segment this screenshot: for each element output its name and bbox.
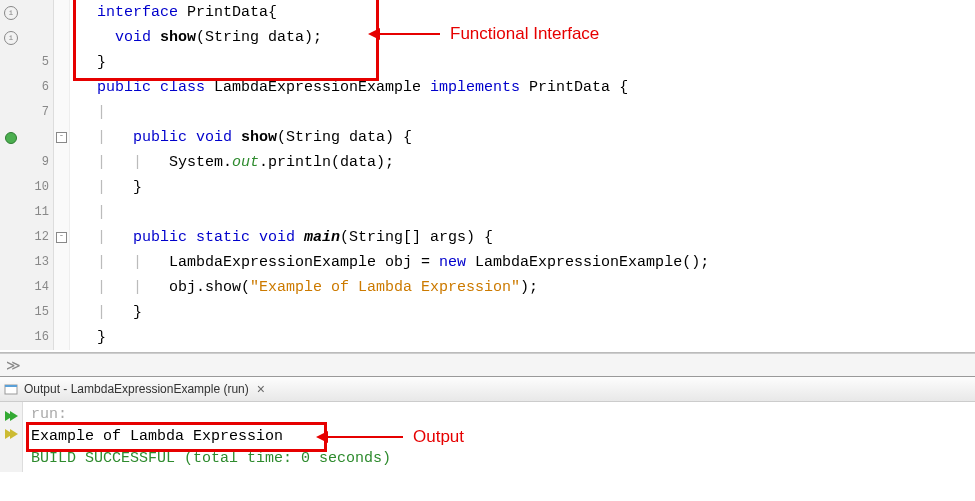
line-number-gutter: i i 5 6 7 9 10 11 12 13 14 15 16 xyxy=(0,0,54,350)
code-content[interactable]: interface PrintData{ void show(String da… xyxy=(70,0,975,350)
svg-rect-1 xyxy=(5,385,17,387)
stop-button[interactable] xyxy=(3,444,19,460)
breadcrumb-bar[interactable]: ≫ xyxy=(0,353,975,376)
fold-toggle[interactable]: - xyxy=(56,232,67,243)
output-titlebar: Output - LambdaExpressionExample (run) × xyxy=(0,377,975,402)
fold-toggle[interactable]: - xyxy=(56,132,67,143)
fold-gutter: - - xyxy=(54,0,70,350)
output-text[interactable]: run: Example of Lambda Expression BUILD … xyxy=(23,402,975,472)
run-button[interactable] xyxy=(3,426,19,442)
output-icon xyxy=(4,382,18,396)
close-icon[interactable]: × xyxy=(257,381,265,397)
rerun-button[interactable] xyxy=(3,408,19,424)
output-title: Output - LambdaExpressionExample (run) xyxy=(24,382,249,396)
output-toolbar xyxy=(0,402,23,472)
code-editor[interactable]: i i 5 6 7 9 10 11 12 13 14 15 16 - - int… xyxy=(0,0,975,353)
chevron-icon: ≫ xyxy=(6,357,21,374)
output-panel: Output - LambdaExpressionExample (run) ×… xyxy=(0,376,975,472)
